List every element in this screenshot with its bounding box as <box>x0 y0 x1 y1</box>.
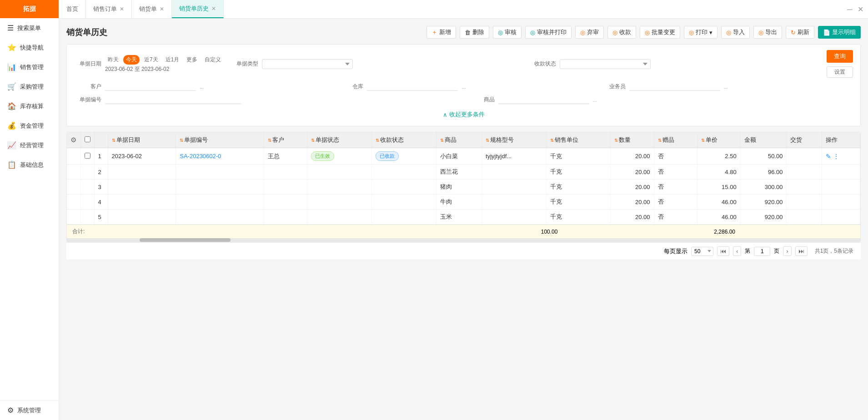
goods-input[interactable] <box>498 95 589 104</box>
filter-row-2: 客户 ... 仓库 ... 业务员 ... <box>74 82 853 91</box>
import-button[interactable]: ◎ 导入 <box>721 26 750 39</box>
date-tab-more[interactable]: 更多 <box>184 55 200 65</box>
row-doc-no[interactable] <box>176 210 264 225</box>
tab-sales-history[interactable]: 销货单历史 ✕ <box>172 0 224 18</box>
next-page-button[interactable]: › <box>783 246 791 256</box>
scrollbar-thumb[interactable] <box>140 238 231 242</box>
sidebar-item-quick-nav[interactable]: ⭐ 快捷导航 <box>0 38 59 57</box>
tab-sales-goods-close[interactable]: ✕ <box>160 6 164 12</box>
date-tab-yesterday[interactable]: 昨天 <box>105 55 121 65</box>
sidebar-item-sales-mgmt[interactable]: 📊 销售管理 <box>0 57 59 77</box>
date-tab-1month[interactable]: 近1月 <box>163 55 182 65</box>
table-scroll[interactable]: ⚙ ⇅单据日期 ⇅单据编号 <box>67 132 860 225</box>
tab-sales-goods-label: 销货单 <box>139 5 157 13</box>
pagination: 每页显示 50 100 200 ⏮ ‹ 第 页 › ⏭ 共1页，5条记录 <box>66 242 861 260</box>
col-payment-status[interactable]: ⇅收款状态 <box>371 132 436 148</box>
doc-type-select[interactable] <box>262 59 353 69</box>
sidebar-item-operations[interactable]: 📈 经营管理 <box>0 135 59 155</box>
col-check[interactable] <box>80 132 94 148</box>
row-checkbox-cell[interactable] <box>80 180 94 195</box>
content-area: 销货单历史 ＋ 新增 🗑 删除 ◎ 审核 ◎ 审核并打印 <box>59 19 868 420</box>
collapse-button[interactable]: ∧ 收起更多条件 <box>443 109 485 120</box>
payment-status-filter-group: 收款状态 <box>529 59 819 69</box>
delete-button[interactable]: 🗑 删除 <box>460 26 489 39</box>
row-doc-no[interactable] <box>176 165 264 180</box>
row-checkbox-cell[interactable] <box>80 165 94 180</box>
date-tab-7days[interactable]: 近7天 <box>141 55 161 65</box>
row-gear <box>67 210 80 225</box>
show-detail-button[interactable]: 📄 显示明细 <box>818 26 861 39</box>
more-icon[interactable]: ⋮ <box>833 153 839 160</box>
col-doc-no[interactable]: ⇅单据编号 <box>176 132 264 148</box>
salesperson-dots[interactable]: ... <box>724 84 728 90</box>
minimize-icon[interactable]: ─ <box>847 5 852 13</box>
edit-icon[interactable]: ✎ <box>826 153 831 160</box>
tab-sales-history-close[interactable]: ✕ <box>211 5 216 12</box>
sidebar-item-finance[interactable]: 💰 资金管理 <box>0 116 59 135</box>
tab-sales-order-close[interactable]: ✕ <box>120 6 124 12</box>
last-page-button[interactable]: ⏭ <box>795 246 808 256</box>
abandon-icon: ◎ <box>580 29 585 36</box>
print-button[interactable]: ◎ 打印 ▾ <box>684 26 717 39</box>
refresh-button[interactable]: ↻ 刷新 <box>786 26 814 39</box>
row-doc-no[interactable] <box>176 195 264 210</box>
row-checkbox-cell[interactable] <box>80 210 94 225</box>
col-unit[interactable]: ⇅销售单位 <box>546 132 611 148</box>
warehouse-input[interactable] <box>367 82 458 91</box>
sidebar-item-purchase-mgmt[interactable]: 🛒 采购管理 <box>0 77 59 96</box>
setting-button[interactable]: 设置 <box>827 66 853 78</box>
warehouse-dots[interactable]: ... <box>462 84 466 90</box>
col-doc-date[interactable]: ⇅单据日期 <box>108 132 176 148</box>
salesperson-input[interactable] <box>629 82 720 91</box>
col-goods[interactable]: ⇅商品 <box>436 132 482 148</box>
tab-home[interactable]: 首页 <box>59 0 86 18</box>
date-tab-today[interactable]: 今天 <box>123 55 140 65</box>
export-button[interactable]: ◎ 导出 <box>753 26 782 39</box>
sidebar-item-search-menu[interactable]: ☰ 搜索菜单 <box>0 18 59 38</box>
horizontal-scrollbar[interactable] <box>67 238 860 242</box>
audit-button[interactable]: ◎ 审核 <box>493 26 522 39</box>
row-checkbox-cell[interactable] <box>80 195 94 210</box>
row-doc-no[interactable]: SA-20230602-0 <box>176 148 264 165</box>
select-all-checkbox[interactable] <box>85 136 90 142</box>
col-qty[interactable]: ⇅数量 <box>611 132 654 148</box>
prev-page-button[interactable]: ‹ <box>733 246 741 256</box>
add-button[interactable]: ＋ 新增 <box>426 26 456 39</box>
sidebar-item-inventory[interactable]: 🏠 库存核算 <box>0 96 59 116</box>
col-doc-status[interactable]: ⇅单据状态 <box>307 132 372 148</box>
query-button[interactable]: 查询 <box>827 50 853 63</box>
page-number-input[interactable] <box>754 247 770 256</box>
audit-print-button[interactable]: ◎ 审核并打印 <box>525 26 572 39</box>
col-gift[interactable]: ⇅赠品 <box>654 132 697 148</box>
collect-button[interactable]: ◎ 收款 <box>607 26 636 39</box>
row-doc-no[interactable] <box>176 180 264 195</box>
per-page-select[interactable]: 50 100 200 <box>691 247 713 256</box>
customer-input[interactable] <box>105 82 196 91</box>
operations-icon: 📈 <box>7 141 16 150</box>
goods-dots[interactable]: ... <box>593 97 597 103</box>
sidebar-item-sys-mgmt[interactable]: ⚙ 系统管理 <box>0 400 59 420</box>
date-tab-custom[interactable]: 自定义 <box>202 55 224 65</box>
sidebar-item-label: 系统管理 <box>17 406 41 415</box>
row-checkbox[interactable] <box>85 153 90 159</box>
col-gear[interactable]: ⚙ <box>67 132 80 148</box>
col-customer[interactable]: ⇅客户 <box>264 132 307 148</box>
doc-no-link[interactable]: SA-20230602-0 <box>180 153 221 160</box>
close-all-icon[interactable]: ✕ <box>858 5 863 13</box>
settings-icon[interactable]: ⚙ <box>70 136 76 144</box>
col-price[interactable]: ⇅单价 <box>697 132 740 148</box>
col-spec[interactable]: ⇅规格型号 <box>482 132 547 148</box>
payment-status-select[interactable] <box>560 59 651 69</box>
first-page-button[interactable]: ⏮ <box>717 246 729 256</box>
tab-sales-goods[interactable]: 销货单 ✕ <box>132 0 172 18</box>
row-goods: 小白菜 <box>436 148 482 165</box>
row-amount: 920.00 <box>740 195 787 210</box>
doc-no-input[interactable] <box>105 95 241 104</box>
tab-sales-order[interactable]: 销售订单 ✕ <box>86 0 132 18</box>
row-qty: 20.00 <box>611 148 654 165</box>
row-checkbox-cell[interactable] <box>80 148 94 165</box>
customer-dots[interactable]: ... <box>200 84 204 90</box>
abandon-button[interactable]: ◎ 弃审 <box>575 26 604 39</box>
batch-change-button[interactable]: ◎ 批量变更 <box>640 26 680 39</box>
sidebar-item-basic-info[interactable]: 📋 基础信息 <box>0 155 59 175</box>
